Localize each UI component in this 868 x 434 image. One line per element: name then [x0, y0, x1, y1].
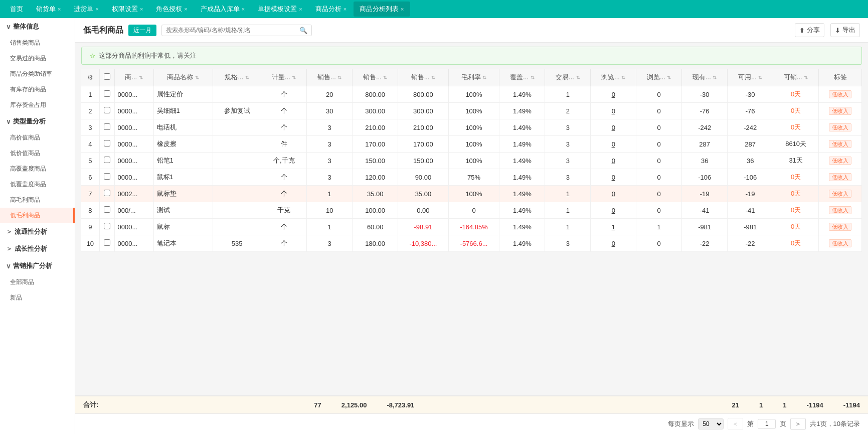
nav-products-close[interactable]: ×	[242, 6, 245, 12]
th-transaction[interactable]: 交易... ⇅	[545, 69, 591, 86]
sidebar-item-low-margin[interactable]: 低毛利商品	[0, 208, 75, 223]
cell-checkbox[interactable]	[99, 169, 114, 186]
cell-browse1[interactable]: 1	[591, 219, 636, 235]
sidebar-item-low-coverage[interactable]: 低覆盖度商品	[0, 177, 75, 192]
cell-sales-amount: 800.00	[353, 86, 398, 103]
sidebar-item-in-stock[interactable]: 有库存的商品	[0, 82, 75, 97]
sidebar-item-category-rate[interactable]: 商品分类助销率	[0, 66, 75, 82]
row-checkbox[interactable]	[104, 140, 110, 147]
sidebar-item-sales-products[interactable]: 销售类商品	[0, 35, 75, 51]
cell-browse1[interactable]: 0	[591, 235, 636, 252]
th-unit[interactable]: 计量... ⇅	[261, 69, 307, 86]
nav-permissions[interactable]: 权限设置 ×	[106, 2, 149, 17]
cell-browse1[interactable]: 0	[591, 153, 636, 169]
cell-browse1[interactable]: 0	[591, 103, 636, 119]
th-settings[interactable]: ⚙	[81, 69, 99, 86]
cell-checkbox[interactable]	[99, 119, 114, 136]
cell-checkbox[interactable]	[99, 202, 114, 219]
th-sales-count[interactable]: 销售... ⇅	[307, 69, 353, 86]
time-filter-button[interactable]: 近一月	[128, 25, 156, 36]
th-tag[interactable]: 标签	[819, 69, 862, 86]
row-checkbox[interactable]	[104, 173, 110, 180]
nav-purchase-close[interactable]: ×	[95, 6, 98, 12]
nav-purchase[interactable]: 进货单 ×	[68, 2, 104, 17]
sidebar-section-growth[interactable]: ＞ 成长性分析	[0, 240, 75, 257]
cell-browse1[interactable]: 0	[591, 202, 636, 219]
th-code[interactable]: 商... ⇅	[114, 69, 153, 86]
cell-browse1[interactable]: 0	[591, 86, 636, 103]
cell-sales-amount: 170.00	[353, 136, 398, 153]
cell-checkbox[interactable]	[99, 86, 114, 103]
th-browse2[interactable]: 浏览... ⇅	[636, 69, 682, 86]
sidebar-item-high-value[interactable]: 高价值商品	[0, 130, 75, 146]
sidebar-item-stock-fund[interactable]: 库存资金占用	[0, 97, 75, 113]
row-checkbox[interactable]	[104, 107, 110, 113]
sidebar-item-high-margin[interactable]: 高毛利商品	[0, 192, 75, 208]
cell-sales-count: 10	[307, 202, 353, 219]
sidebar-item-all-products[interactable]: 全部商品	[0, 274, 75, 290]
total-records-label: 共1页，10条记录	[810, 419, 860, 428]
row-checkbox[interactable]	[104, 239, 110, 246]
nav-analysis-close[interactable]: ×	[343, 6, 346, 12]
cell-browse1[interactable]: 0	[591, 136, 636, 153]
nav-permissions-close[interactable]: ×	[140, 6, 143, 12]
nav-template[interactable]: 单据模板设置 ×	[252, 2, 308, 17]
sidebar-section-marketing[interactable]: ∨ 营销推广分析	[0, 257, 75, 274]
share-button[interactable]: ⬆ 分享	[795, 23, 824, 37]
th-saleable[interactable]: 可销... ⇅	[773, 69, 819, 86]
page-number-input[interactable]	[758, 419, 776, 429]
nav-list-close[interactable]: ×	[401, 6, 404, 12]
nav-roles-close[interactable]: ×	[184, 6, 187, 12]
export-button[interactable]: ⬇ 导出	[830, 23, 860, 37]
th-gross-margin[interactable]: 毛利率 ⇅	[448, 69, 499, 86]
cell-checkbox[interactable]	[99, 136, 114, 153]
sidebar-item-low-value[interactable]: 低价值商品	[0, 146, 75, 161]
search-box[interactable]: 🔍	[161, 25, 312, 36]
row-checkbox[interactable]	[104, 90, 110, 97]
row-checkbox[interactable]	[104, 190, 110, 196]
th-checkbox[interactable]	[99, 69, 114, 86]
cell-checkbox[interactable]	[99, 186, 114, 202]
sidebar-section-category[interactable]: ∨ 类型量分析	[0, 113, 75, 130]
cell-checkbox[interactable]	[99, 153, 114, 169]
th-current-stock[interactable]: 现有... ⇅	[682, 69, 728, 86]
prev-page-button[interactable]: ＜	[728, 418, 743, 430]
cell-checkbox[interactable]	[99, 103, 114, 119]
nav-sales[interactable]: 销货单 ×	[30, 2, 67, 17]
row-checkbox[interactable]	[104, 157, 110, 163]
th-sales-amount[interactable]: 销售... ⇅	[353, 69, 398, 86]
cell-coverage: 1.49%	[499, 202, 545, 219]
nav-home[interactable]: 首页	[4, 2, 29, 17]
nav-product-analysis-list[interactable]: 商品分析列表 ×	[354, 2, 410, 17]
nav-products-in[interactable]: 产成品入库单 ×	[195, 2, 251, 17]
cell-browse1[interactable]: 0	[591, 169, 636, 186]
footer-available: -1194	[843, 401, 860, 409]
sidebar-item-traded[interactable]: 交易过的商品	[0, 51, 75, 66]
row-checkbox[interactable]	[104, 223, 110, 229]
th-available[interactable]: 可用... ⇅	[728, 69, 773, 86]
th-spec[interactable]: 规格... ⇅	[213, 69, 261, 86]
sidebar-item-new-products[interactable]: 新品	[0, 290, 75, 306]
per-page-select[interactable]: 50 100 200	[698, 418, 724, 429]
nav-template-close[interactable]: ×	[299, 6, 302, 12]
row-checkbox[interactable]	[104, 123, 110, 130]
th-name[interactable]: 商品名称 ⇅	[153, 69, 213, 86]
th-sales-profit[interactable]: 销售... ⇅	[398, 69, 449, 86]
search-input[interactable]	[166, 27, 296, 34]
select-all-checkbox[interactable]	[104, 73, 110, 80]
cell-checkbox[interactable]	[99, 219, 114, 235]
search-icon[interactable]: 🔍	[299, 27, 307, 34]
row-checkbox[interactable]	[104, 206, 110, 213]
sidebar-section-overall[interactable]: ∨ 整体信息	[0, 18, 75, 35]
cell-browse1[interactable]: 0	[591, 119, 636, 136]
nav-roles[interactable]: 角色授权 ×	[150, 2, 193, 17]
cell-checkbox[interactable]	[99, 235, 114, 252]
th-browse1[interactable]: 浏览... ⇅	[591, 69, 636, 86]
th-coverage[interactable]: 覆盖... ⇅	[499, 69, 545, 86]
sidebar-section-circulation[interactable]: ＞ 流通性分析	[0, 223, 75, 240]
cell-browse1[interactable]: 0	[591, 186, 636, 202]
nav-product-analysis[interactable]: 商品分析 ×	[309, 2, 353, 17]
sidebar-item-high-coverage[interactable]: 高覆盖度商品	[0, 161, 75, 177]
next-page-button[interactable]: ＞	[790, 418, 806, 430]
nav-sales-close[interactable]: ×	[58, 6, 61, 12]
